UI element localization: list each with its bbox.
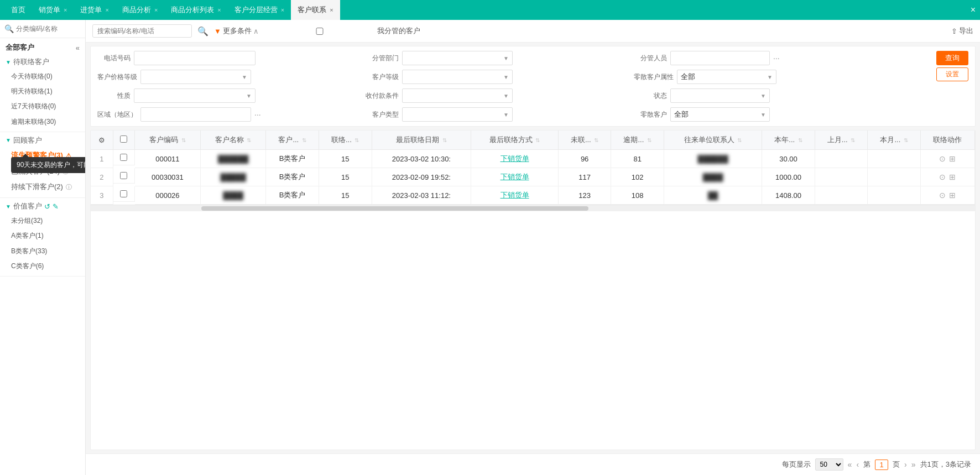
- overdue-sort-icon[interactable]: ⇅: [647, 137, 651, 143]
- filter-status-select[interactable]: ▼: [670, 88, 770, 103]
- cell-contact: 15: [319, 150, 372, 168]
- close-customer-tier-icon[interactable]: ×: [281, 7, 284, 13]
- main-layout: 🔍 全部客户 « ▼ 待联络客户 今天待联络(0) 明天待联络(1) 近7天待联…: [0, 20, 980, 475]
- nav-home[interactable]: 首页: [4, 0, 32, 20]
- this-month-sort-icon[interactable]: ⇅: [904, 137, 908, 143]
- refresh-icon[interactable]: ↺: [44, 202, 50, 211]
- search-button[interactable]: 🔍: [197, 26, 208, 36]
- cell-last-contact-method[interactable]: 下销货单: [471, 168, 559, 186]
- filter-dept-select[interactable]: ▼: [402, 51, 513, 65]
- filter-region-select[interactable]: [140, 107, 251, 122]
- person-sort-icon[interactable]: ⇅: [737, 137, 742, 143]
- cell-checkbox[interactable]: [113, 168, 135, 184]
- cell-contact-person: ██: [664, 186, 762, 205]
- query-button[interactable]: 查询: [936, 51, 968, 65]
- cell-action: ⊙ ⊞: [920, 186, 974, 205]
- contact-action-icon[interactable]: ⊙: [939, 173, 946, 181]
- sidebar-item-tomorrow-contact[interactable]: 明天待联络(1): [0, 84, 85, 99]
- nav-purchase[interactable]: 进货单 ×: [74, 0, 115, 20]
- more-action-icon[interactable]: ⊞: [949, 191, 956, 200]
- date-sort-icon[interactable]: ⇅: [442, 137, 447, 143]
- sidebar-group-pending-title[interactable]: ▼ 待联络客户: [0, 55, 85, 69]
- search-input[interactable]: [92, 24, 192, 38]
- col-not-contact-days: 未联... ⇅: [558, 131, 611, 150]
- manager-dots-icon[interactable]: ···: [773, 54, 780, 62]
- close-purchase-icon[interactable]: ×: [105, 7, 108, 13]
- row-checkbox[interactable]: [120, 172, 127, 179]
- my-customers-checkbox[interactable]: 我分管的客户: [264, 26, 420, 36]
- status-chevron-icon: ▼: [760, 93, 766, 99]
- settings-button[interactable]: 设置: [936, 67, 968, 81]
- sidebar-item-week-contact[interactable]: 近7天待联络(0): [0, 99, 85, 114]
- nav-customer-contact[interactable]: 客户联系 ×: [291, 0, 340, 20]
- table-row: 2 00030031 █████ B类客户 15 2023-02-09 19:5…: [91, 168, 975, 186]
- sidebar-item-class-b[interactable]: B类客户(33): [0, 244, 85, 259]
- filter-manager-select[interactable]: [670, 51, 770, 65]
- my-customers-check[interactable]: [264, 28, 375, 35]
- sidebar-group-value: ▼ 价值客户 ↺ ✎ 未分组(32) A类客户(1) B类客户(33) C类客户…: [0, 199, 85, 276]
- per-page-select[interactable]: 50 100 200: [815, 458, 843, 471]
- filter-customer-type-select[interactable]: ▼: [402, 107, 513, 122]
- filter-customer-grade-select[interactable]: ▼: [402, 70, 513, 84]
- cell-last-contact-method[interactable]: 下销货单: [471, 150, 559, 168]
- sidebar-collapse-icon[interactable]: «: [76, 44, 80, 52]
- region-dots-icon[interactable]: ···: [254, 110, 261, 119]
- type-sort-icon[interactable]: ⇅: [302, 137, 306, 143]
- filter-phone-input[interactable]: [134, 51, 256, 65]
- contact-action-icon[interactable]: ⊙: [939, 154, 946, 163]
- sidebar-item-today-contact[interactable]: 今天待联络(0): [0, 69, 85, 84]
- nav-customer-tier[interactable]: 客户分层经营 ×: [228, 0, 291, 20]
- price-grade-chevron-icon: ▼: [242, 74, 247, 80]
- cell-contact-person: ██████: [664, 150, 762, 168]
- name-sort-icon[interactable]: ⇅: [247, 137, 251, 143]
- last-month-sort-icon[interactable]: ⇅: [851, 137, 855, 143]
- row-checkbox[interactable]: [120, 154, 127, 161]
- close-product-analysis-list-icon[interactable]: ×: [217, 7, 221, 13]
- nav-sales[interactable]: 销货单 ×: [32, 0, 74, 20]
- cell-checkbox[interactable]: [113, 186, 135, 202]
- filter-nature-select[interactable]: ▼: [134, 88, 256, 103]
- close-all-button[interactable]: ×: [971, 5, 976, 15]
- sidebar-search-input[interactable]: [16, 25, 86, 33]
- cell-this-month: [868, 150, 921, 168]
- code-sort-icon[interactable]: ⇅: [181, 137, 186, 143]
- close-product-analysis-icon[interactable]: ×: [154, 7, 158, 13]
- sidebar-item-class-c[interactable]: C类客户(6): [0, 259, 85, 274]
- cell-this-year: 1000.00: [762, 168, 815, 186]
- select-all-checkbox[interactable]: [120, 135, 127, 143]
- sidebar-item-overdue-contact[interactable]: 逾期未联络(30): [0, 114, 85, 129]
- last-page-button[interactable]: »: [911, 460, 916, 469]
- method-sort-icon[interactable]: ⇅: [535, 137, 540, 143]
- cell-checkbox[interactable]: [113, 150, 135, 165]
- prev-page-button[interactable]: ‹: [856, 460, 859, 469]
- not-contact-sort-icon[interactable]: ⇅: [594, 137, 598, 143]
- filter-payment-select[interactable]: ▼: [402, 88, 513, 103]
- sidebar-group-lost-title[interactable]: ▼ 回顾客户: [0, 133, 85, 148]
- filter-retail-attr: 零散客户属性 全部 ▼: [634, 70, 895, 84]
- more-action-icon[interactable]: ⊞: [949, 154, 956, 163]
- nav-product-analysis-list[interactable]: 商品分析列表 ×: [164, 0, 227, 20]
- contact-action-icon[interactable]: ⊙: [939, 191, 946, 200]
- first-page-button[interactable]: «: [848, 460, 852, 469]
- filter-button[interactable]: ▼ 更多条件 ∧: [214, 26, 259, 36]
- sidebar-group-value-title[interactable]: ▼ 价值客户 ↺ ✎: [0, 199, 85, 213]
- edit-icon[interactable]: ✎: [53, 202, 59, 211]
- table-scrollbar[interactable]: [91, 205, 975, 211]
- sidebar-item-unclassified[interactable]: 未分组(32): [0, 213, 85, 228]
- col-settings[interactable]: ⚙: [91, 131, 113, 150]
- row-checkbox[interactable]: [120, 190, 127, 197]
- more-action-icon[interactable]: ⊞: [949, 173, 956, 181]
- filter-retail-attr-select[interactable]: 全部 ▼: [677, 70, 776, 84]
- export-button[interactable]: ⇧ 导出: [951, 26, 973, 36]
- close-sales-icon[interactable]: ×: [64, 7, 67, 13]
- sidebar-item-class-a[interactable]: A类客户(1): [0, 228, 85, 243]
- filter-retail-customer-select[interactable]: 全部 ▼: [670, 107, 770, 122]
- contact-sort-icon[interactable]: ⇅: [355, 137, 359, 143]
- year-sort-icon[interactable]: ⇅: [798, 137, 802, 143]
- next-page-button[interactable]: ›: [904, 460, 907, 469]
- nav-product-analysis[interactable]: 商品分析 ×: [116, 0, 164, 20]
- sidebar-item-declining[interactable]: 持续下滑客户(2) ⓘ: [0, 179, 85, 195]
- cell-last-contact-method[interactable]: 下销货单: [471, 186, 559, 205]
- close-customer-contact-icon[interactable]: ×: [330, 7, 333, 13]
- filter-price-grade-select[interactable]: ▼: [140, 70, 251, 84]
